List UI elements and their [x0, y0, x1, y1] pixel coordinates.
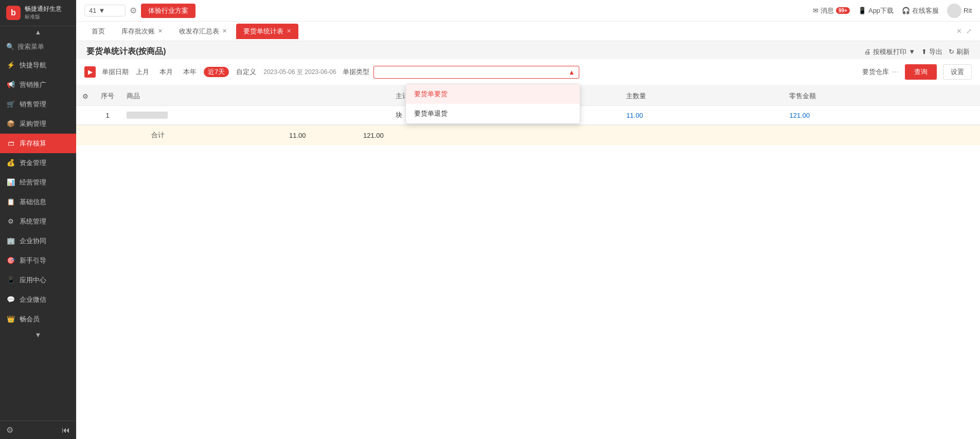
sidebar-item-enterprise[interactable]: 🏢企业协同	[0, 231, 76, 251]
sidebar-label-purchase: 采购管理	[20, 119, 46, 129]
sidebar-search[interactable]: 🔍 搜索菜单	[0, 38, 76, 56]
table-col-settings[interactable]: ⚙	[76, 87, 95, 106]
date-custom-btn[interactable]: 自定义	[233, 66, 259, 78]
store-selector[interactable]: 41 ▼	[84, 5, 126, 16]
sidebar-item-member[interactable]: 👑畅会员	[0, 309, 76, 329]
sidebar-label-wechat: 企业微信	[20, 295, 46, 304]
logo-name: 畅捷通好生意	[25, 5, 62, 13]
date-prev-month-btn[interactable]: 上月	[133, 66, 152, 78]
sidebar-icon-operations: 📊	[6, 178, 15, 186]
page-area: 要货单统计表(按商品) 🖨 按模板打印 ▼ ⬆ 导出 ↻ 刷新 ▶	[76, 41, 980, 439]
messages-button[interactable]: ✉ 消息 99+	[813, 6, 850, 15]
filter-toggle-button[interactable]: ▶	[84, 66, 96, 78]
sidebar-item-app-center[interactable]: 📱应用中心	[0, 270, 76, 290]
date-curr-year-btn[interactable]: 本年	[180, 66, 200, 78]
sidebar-icon-basic-info: 📋	[6, 198, 15, 206]
row-settings-0	[76, 106, 95, 125]
query-button[interactable]: 查询	[905, 64, 937, 80]
sidebar-label-finance: 资金管理	[20, 158, 46, 168]
sidebar-label-operations: 经营管理	[20, 178, 46, 187]
warehouse-more-icon[interactable]: ···	[892, 67, 899, 77]
type-select-input[interactable]	[373, 66, 579, 79]
sidebar-item-finance[interactable]: 💰资金管理	[0, 153, 76, 173]
sidebar-item-sales[interactable]: 🛒销售管理	[0, 95, 76, 114]
tab-collect-summary[interactable]: 收发存汇总表✕	[172, 24, 234, 39]
messages-badge: 99+	[836, 7, 850, 14]
topbar: 41 ▼ ⚙ 体验行业方案 ✉ 消息 99+ 📱 App下载 🎧 在线客服 R	[76, 0, 980, 22]
refresh-label: 刷新	[956, 47, 970, 57]
sidebar: b 畅捷通好生意 标准版 ▲ 🔍 搜索菜单 ⚡快捷导航📢营销推广🛒销售管理📦采购…	[0, 0, 76, 439]
sidebar-label-basic-info: 基础信息	[20, 197, 46, 207]
date-curr-month-btn[interactable]: 本月	[156, 66, 176, 78]
warehouse-filter-group: 要货仓库 ···	[862, 67, 899, 77]
sidebar-item-purchase[interactable]: 📦采购管理	[0, 114, 76, 134]
topbar-gear-icon[interactable]: ⚙	[130, 6, 137, 15]
tab-label-order-stats: 要货单统计表	[243, 27, 283, 36]
tab-inventory-batch[interactable]: 库存批次账✕	[114, 24, 170, 39]
export-icon: ⬆	[921, 48, 927, 56]
row-amount-0: 121.00	[783, 106, 980, 125]
table-area: ⚙ 序号 商品 主计量单位 主数量 零售金额 1 ████ ███ 块 11.0…	[76, 87, 980, 439]
sidebar-item-wechat[interactable]: 💬企业微信	[0, 290, 76, 309]
user-avatar-area[interactable]: Rit	[947, 4, 972, 18]
sidebar-icon-newcomer: 🎯	[6, 257, 15, 264]
print-button[interactable]: 🖨 按模板打印 ▼	[864, 47, 915, 57]
sidebar-icon-wechat: 💬	[6, 296, 15, 303]
sidebar-icon-marketing: 📢	[6, 81, 15, 88]
tab-close-inventory-batch[interactable]: ✕	[158, 28, 163, 34]
tab-label-home: 首页	[92, 27, 105, 36]
topbar-left: 41 ▼ ⚙ 体验行业方案	[84, 4, 807, 18]
sidebar-item-system[interactable]: ⚙系统管理	[0, 212, 76, 231]
sidebar-scroll-up[interactable]: ▲	[0, 26, 76, 38]
table-col-product: 商品	[120, 87, 389, 106]
table-col-num: 序号	[95, 87, 120, 106]
tab-order-stats[interactable]: 要货单统计表✕	[236, 24, 298, 39]
tab-close-order-stats[interactable]: ✕	[287, 28, 291, 34]
app-download-button[interactable]: 📱 App下载	[858, 6, 894, 15]
page-header-actions: 🖨 按模板打印 ▼ ⬆ 导出 ↻ 刷新	[864, 47, 970, 57]
user-name: Rit	[964, 7, 972, 14]
table-footer: 合计 11.00 121.00	[76, 125, 980, 145]
service-label: 在线客服	[912, 6, 939, 15]
sidebar-item-inventory[interactable]: 🗃库存核算	[0, 134, 76, 153]
sidebar-label-marketing: 营销推广	[20, 80, 46, 89]
print-label: 按模板打印	[873, 47, 906, 57]
tab-expand-icon[interactable]: ⤢	[966, 27, 972, 35]
filter-settings-button[interactable]: 设置	[943, 64, 972, 80]
row-quantity-0: 11.00	[620, 106, 783, 125]
dropdown-option-yaohuo[interactable]: 要货单要货	[406, 84, 580, 104]
sidebar-collapse-icon[interactable]: ⏮	[62, 426, 70, 435]
refresh-icon: ↻	[949, 48, 954, 56]
export-button[interactable]: ⬆ 导出	[921, 47, 942, 57]
tab-bar-right: ✕ ⤢	[956, 27, 972, 35]
app-label: App下载	[868, 6, 894, 15]
date-recent7-btn[interactable]: 近7天	[204, 67, 229, 77]
sidebar-item-quick-nav[interactable]: ⚡快捷导航	[0, 56, 76, 75]
tab-close-collect-summary[interactable]: ✕	[222, 28, 227, 34]
topbar-right: ✉ 消息 99+ 📱 App下载 🎧 在线客服 Rit	[813, 4, 972, 18]
sidebar-settings-icon[interactable]: ⚙	[6, 425, 13, 435]
industry-button[interactable]: 体验行业方案	[141, 4, 195, 18]
table-col-quantity: 主数量	[620, 87, 783, 106]
message-icon: ✉	[813, 7, 818, 14]
refresh-button[interactable]: ↻ 刷新	[949, 47, 970, 57]
sidebar-item-newcomer[interactable]: 🎯新手引导	[0, 251, 76, 270]
sidebar-item-operations[interactable]: 📊经营管理	[0, 173, 76, 192]
sidebar-icon-quick-nav: ⚡	[6, 61, 15, 69]
sidebar-icon-sales: 🛒	[6, 100, 15, 108]
sidebar-label-inventory: 库存核算	[20, 139, 46, 148]
sidebar-item-marketing[interactable]: 📢营销推广	[0, 75, 76, 95]
sidebar-icon-enterprise: 🏢	[6, 237, 15, 245]
sidebar-label-app-center: 应用中心	[20, 276, 46, 285]
sidebar-label-sales: 销售管理	[20, 100, 46, 109]
export-label: 导出	[929, 47, 942, 57]
service-icon: 🎧	[902, 7, 910, 14]
tab-home[interactable]: 首页	[84, 24, 112, 39]
sidebar-item-basic-info[interactable]: 📋基础信息	[0, 192, 76, 212]
online-service-button[interactable]: 🎧 在线客服	[902, 6, 939, 15]
dropdown-option-tuihuo[interactable]: 要货单退货	[406, 104, 580, 123]
filter-bar: ▶ 单据日期 上月 本月 本年 近7天 自定义 2023-05-06 至 202…	[76, 59, 980, 85]
sidebar-scroll-down[interactable]: ▼	[0, 329, 76, 341]
sidebar-search-label: 搜索菜单	[17, 42, 44, 51]
tab-close-all-icon[interactable]: ✕	[956, 27, 962, 35]
